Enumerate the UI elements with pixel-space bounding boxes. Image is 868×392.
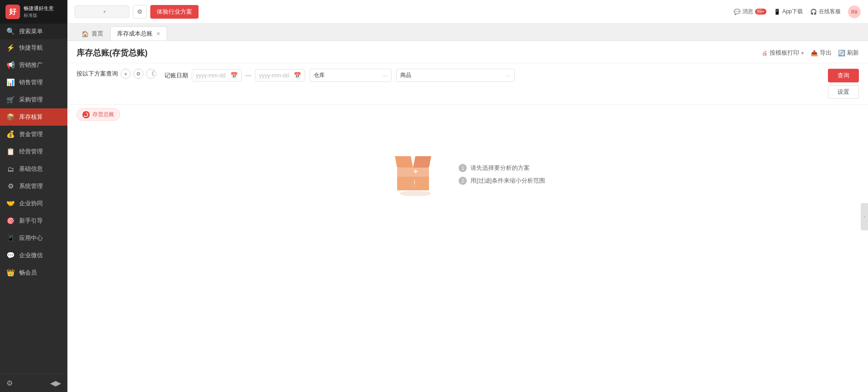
shortcut-icon: ⚡ — [6, 44, 15, 52]
message-button[interactable]: 💬 消息 99+ — [734, 8, 766, 15]
member-icon: 👑 — [6, 269, 15, 277]
sidebar-item-purchase[interactable]: 🛒 采购管理 — [0, 91, 67, 108]
export-icon: 📤 — [811, 50, 818, 56]
print-template-button[interactable]: 🖨 按模板打印 ▾ — [762, 49, 804, 57]
sidebar-item-newbie[interactable]: 🎯 新手引导 — [0, 212, 67, 229]
sidebar-item-sales[interactable]: 📊 销售管理 — [0, 74, 67, 91]
svg-marker-3 — [395, 156, 413, 168]
calendar-end-icon[interactable]: 📅 — [294, 72, 301, 79]
filter-settings-button[interactable]: 设置 — [828, 85, 859, 99]
empty-state: ✦ ! 1 请先选择要分析的方案 2 用[过滤]条件来缩小分析范围 — [67, 124, 868, 224]
warehouse-more-icon[interactable]: ··· — [383, 72, 388, 79]
sidebar-inventory-label: 库存核算 — [19, 113, 43, 121]
scheme-tag-icon — [82, 111, 90, 118]
chevron-down-icon: ▾ — [103, 9, 106, 14]
sidebar-item-enterprise[interactable]: 🤝 企业协同 — [0, 195, 67, 212]
settings-footer-icon[interactable]: ⚙ — [6, 379, 13, 387]
right-collapse-button[interactable]: › — [861, 203, 868, 230]
search-icon: 🔍 — [6, 27, 15, 36]
main-area: ▾ ⚙ 体验行业方案 💬 消息 99+ 📱 App下载 🎧 在线客服 — [67, 0, 868, 392]
sidebar-item-basics[interactable]: 🗂 基础信息 — [0, 160, 67, 178]
inventory-icon: 📦 — [6, 113, 15, 121]
tab-home-label: 首页 — [92, 30, 103, 38]
avatar: Rit — [848, 5, 861, 18]
online-service-button[interactable]: 🎧 在线客服 — [810, 8, 841, 15]
refresh-button[interactable]: 🔄 刷新 — [838, 49, 859, 57]
svg-point-1 — [399, 191, 431, 196]
date-end-input[interactable]: yyyy-mm-dd 📅 — [255, 69, 305, 81]
trial-industry-button[interactable]: 体验行业方案 — [150, 5, 199, 19]
tab-close-icon[interactable]: ✕ — [156, 31, 160, 37]
sidebar-item-system[interactable]: ⚙ 系统管理 — [0, 178, 67, 195]
query-button[interactable]: 查询 — [828, 69, 859, 82]
breadcrumb[interactable]: ▾ — [75, 5, 129, 18]
empty-illustration: ✦ ! — [390, 152, 445, 197]
empty-tip-1: 1 请先选择要分析的方案 — [459, 164, 545, 172]
page-title: 库存总账(存货总账) — [77, 47, 148, 58]
topbar: ▾ ⚙ 体验行业方案 💬 消息 99+ 📱 App下载 🎧 在线客服 — [67, 0, 868, 24]
export-button[interactable]: 📤 导出 — [811, 49, 832, 57]
basics-icon: 🗂 — [6, 165, 15, 173]
scheme-tag[interactable]: 存货总账 — [77, 108, 120, 121]
collapse-toggle-icon[interactable]: ◀▶ — [50, 379, 61, 387]
logo-icon: 好 — [5, 5, 20, 19]
warehouse-filter-group: 仓库 ··· — [310, 69, 392, 82]
dropdown-arrow-icon: ▾ — [801, 50, 804, 56]
date-start-input[interactable]: yyyy-mm-dd 📅 — [192, 69, 242, 81]
app-logo: 好 畅捷通好生意 标准版 — [0, 0, 67, 24]
page-header: 库存总账(存货总账) 🖨 按模板打印 ▾ 📤 导出 🔄 刷新 — [67, 41, 868, 63]
sidebar-item-search[interactable]: 🔍 搜索菜单 — [0, 24, 67, 39]
sidebar-item-appcenter[interactable]: 📱 应用中心 — [0, 229, 67, 247]
filter-label: 按以下方案查询 — [77, 70, 118, 78]
sidebar-search-label: 搜索菜单 — [19, 27, 43, 36]
scheme-tag-label: 存货总账 — [92, 111, 114, 118]
date-filter-group: 记账日期 yyyy-mm-dd 📅 — yyyy-mm-dd 📅 — [164, 69, 305, 81]
app-download-button[interactable]: 📱 App下载 — [774, 8, 803, 15]
wechat-icon: 💬 — [6, 251, 15, 260]
date-end-placeholder: yyyy-mm-dd — [259, 72, 289, 79]
sidebar-newbie-label: 新手引导 — [19, 217, 43, 225]
operations-icon: 📋 — [6, 148, 15, 156]
headset-icon: 🎧 — [810, 9, 817, 15]
refresh-label: 刷新 — [847, 49, 859, 57]
collapse-filter-button[interactable]: 《 — [146, 69, 156, 79]
sidebar-item-finance[interactable]: 💰 资金管理 — [0, 126, 67, 143]
warehouse-selector[interactable]: 仓库 ··· — [310, 69, 392, 82]
sidebar-purchase-label: 采购管理 — [19, 96, 43, 104]
tip-number-2: 2 — [459, 177, 467, 185]
enterprise-icon: 🤝 — [6, 199, 15, 208]
tab-inventory-ledger[interactable]: 库存成本总账 ✕ — [110, 26, 167, 41]
svg-rect-5 — [397, 177, 429, 190]
user-display: Rit — [851, 9, 857, 15]
settings-button[interactable]: ⚙ — [133, 5, 147, 19]
sidebar-nav: 🔍 搜索菜单 ⚡ 快捷导航 📢 营销推广 📊 销售管理 🛒 采购管理 📦 库存核… — [0, 24, 67, 374]
date-start-placeholder: yyyy-mm-dd — [196, 72, 225, 79]
tip-number-1: 1 — [459, 164, 467, 172]
svg-text:✦: ✦ — [412, 167, 419, 176]
manage-filter-button[interactable]: ⚙ — [133, 69, 143, 79]
tab-home[interactable]: 🏠 首页 — [75, 26, 110, 41]
message-label: 消息 — [742, 8, 753, 15]
add-filter-button[interactable]: + — [121, 69, 131, 79]
sidebar-footer: ⚙ ◀▶ — [0, 374, 67, 392]
breadcrumb-text — [80, 8, 102, 15]
sidebar-finance-label: 资金管理 — [19, 130, 43, 138]
product-more-icon[interactable]: ··· — [506, 72, 511, 79]
product-filter-group: 商品 ··· — [396, 69, 515, 82]
sidebar-item-shortcut[interactable]: ⚡ 快捷导航 — [0, 39, 67, 56]
empty-tip-2: 2 用[过滤]条件来缩小分析范围 — [459, 177, 545, 185]
export-label: 导出 — [820, 49, 832, 57]
sidebar-item-inventory[interactable]: 📦 库存核算 — [0, 108, 67, 126]
product-selector[interactable]: 商品 ··· — [396, 69, 515, 82]
user-profile-button[interactable]: Rit — [848, 5, 861, 18]
sidebar-item-member[interactable]: 👑 畅会员 — [0, 264, 67, 281]
filter-action-buttons: 查询 设置 — [828, 69, 859, 99]
tabbar: 🏠 首页 库存成本总账 ✕ — [67, 24, 868, 41]
marketing-icon: 📢 — [6, 61, 15, 69]
calendar-start-icon[interactable]: 📅 — [230, 72, 238, 79]
purchase-icon: 🛒 — [6, 96, 15, 104]
system-icon: ⚙ — [6, 182, 15, 190]
sidebar-item-marketing[interactable]: 📢 营销推广 — [0, 56, 67, 74]
sidebar-item-operations[interactable]: 📋 经营管理 — [0, 143, 67, 160]
sidebar-item-wechat[interactable]: 💬 企业微信 — [0, 247, 67, 264]
